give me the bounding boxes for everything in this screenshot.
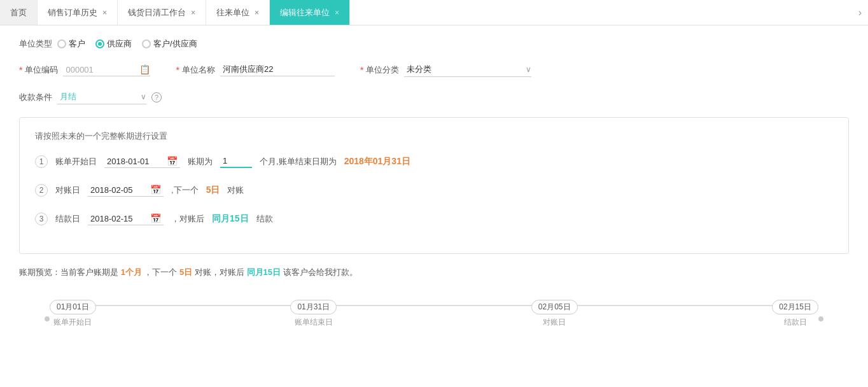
unit-type-row: 单位类型 客户 供应商 客户/供应商 [19, 38, 849, 50]
tab-home[interactable]: 首页 [0, 0, 38, 25]
preview-text: 账期预览：当前客户账期是 1个月 ，下一个 5日 对账，对账后 同月15日 该客… [19, 267, 849, 278]
radio-group: 客户 供应商 客户/供应商 [57, 38, 197, 50]
end-date-highlight: 2018年01月31日 [344, 156, 410, 167]
unit-category-select[interactable]: 未分类 ∨ [404, 62, 531, 77]
unit-category-label: 单位分类 [366, 64, 399, 76]
row-label-1: 账单开始日 [55, 156, 97, 167]
timeline-label-2: 账单结束日 [295, 317, 333, 328]
unit-name-field: * 单位名称 [176, 64, 334, 76]
radio-customer-circle [57, 39, 66, 48]
timeline-nodes: 01月01日 账单开始日 01月31日 账单结束日 02月05日 对账日 02月… [50, 300, 818, 328]
period-label: 账期为 [188, 156, 213, 167]
radio-customer[interactable]: 客户 [57, 38, 85, 50]
timeline: 01月01日 账单开始日 01月31日 账单结束日 02月05日 对账日 02月… [19, 293, 849, 357]
settle-prefix: ，对账后 [171, 213, 204, 225]
unit-category-field: * 单位分类 未分类 ∨ [360, 62, 531, 77]
reconcile-prefix: ,下一个 [171, 185, 199, 196]
payment-condition-value: 月结 [57, 90, 138, 104]
tab-edit-partner[interactable]: 编辑往来单位 × [270, 0, 350, 25]
row-num-3: 3 [35, 213, 48, 225]
preview-mid1: ，下一个 [144, 267, 177, 277]
timeline-node-4: 02月15日 结款日 [772, 300, 818, 328]
unit-code-input-wrap: 📋 [63, 64, 150, 76]
timeline-badge-4: 02月15日 [772, 300, 818, 314]
unit-code-input[interactable] [63, 64, 139, 76]
tab-sales-order[interactable]: 销售订单历史 × [38, 0, 118, 25]
unit-code-icon[interactable]: 📋 [139, 64, 150, 74]
row-label-2: 对账日 [55, 185, 80, 196]
preview-part3: 同月15日 [247, 267, 281, 277]
unit-code-label: 单位编码 [25, 64, 58, 76]
chevron-down-icon: ∨ [526, 65, 531, 74]
timeline-node-3: 02月05日 对账日 [531, 300, 578, 328]
tab-edit-partner-label: 编辑往来单位 [280, 7, 330, 18]
tab-partner-close[interactable]: × [255, 8, 259, 17]
tab-home-label: 首页 [10, 7, 27, 18]
row-num-1: 1 [35, 155, 48, 168]
unit-type-label: 单位类型 [19, 38, 52, 50]
settings-row-2: 2 对账日 📅 ,下一个 5日 对账 [35, 183, 833, 197]
settle-date-input-wrap: 📅 [88, 212, 164, 225]
help-icon[interactable]: ? [151, 92, 162, 102]
unit-name-star: * [176, 65, 179, 75]
preview-prefix: 账期预览：当前客户账期是 [19, 267, 118, 277]
timeline-badge-2: 01月31日 [290, 300, 337, 314]
timeline-left-dot [45, 316, 50, 321]
timeline-track: 01月01日 账单开始日 01月31日 账单结束日 02月05日 对账日 02月… [50, 300, 818, 338]
settle-suffix: 结款 [256, 213, 273, 225]
timeline-badge-3: 02月05日 [531, 300, 578, 314]
month-input[interactable] [220, 155, 252, 168]
settle-date-input[interactable] [90, 214, 148, 223]
tab-expand-button[interactable]: › [852, 0, 868, 25]
preview-part2: 5日 [179, 267, 192, 277]
radio-both-circle [142, 39, 151, 48]
start-date-input-wrap: 📅 [104, 155, 180, 168]
tab-partner-label: 往来单位 [216, 7, 249, 18]
tab-sales-order-close[interactable]: × [102, 8, 107, 17]
reconcile-suffix: 对账 [227, 185, 244, 196]
unit-type-field: 单位类型 客户 供应商 客户/供应商 [19, 38, 197, 50]
tab-cash-ledger-close[interactable]: × [191, 8, 195, 17]
month-suffix: 个月,账单结束日期为 [260, 156, 337, 167]
settle-day-highlight: 同月15日 [212, 213, 249, 225]
payment-condition-field: 收款条件 月结 ∨ ? [19, 90, 162, 104]
radio-customer-label: 客户 [69, 38, 85, 50]
timeline-label-3: 对账日 [543, 317, 566, 328]
reconcile-day-highlight: 5日 [206, 185, 220, 196]
settings-box: 请按照未来的一个完整帐期进行设置 1 账单开始日 📅 账期为 个月,账单结束日期… [19, 117, 849, 254]
row-num-2: 2 [35, 184, 48, 197]
settle-date-calendar-icon[interactable]: 📅 [150, 213, 161, 223]
tab-cash-ledger[interactable]: 钱货日清工作台 × [118, 0, 206, 25]
unit-name-label: 单位名称 [182, 64, 215, 76]
tab-partner[interactable]: 往来单位 × [206, 0, 270, 25]
unit-info-row: * 单位编码 📋 * 单位名称 * 单位分类 未分类 ∨ [19, 62, 849, 77]
payment-condition-row: 收款条件 月结 ∨ ? [19, 90, 849, 104]
settings-title: 请按照未来的一个完整帐期进行设置 [35, 130, 833, 142]
start-date-calendar-icon[interactable]: 📅 [167, 156, 178, 166]
reconcile-date-input-wrap: 📅 [88, 183, 164, 197]
tab-edit-partner-close[interactable]: × [335, 8, 339, 17]
unit-code-field: * 单位编码 📋 [19, 64, 150, 76]
settings-row-1: 1 账单开始日 📅 账期为 个月,账单结束日期为 2018年01月31日 [35, 155, 833, 168]
radio-supplier[interactable]: 供应商 [95, 38, 132, 50]
timeline-right-dot [818, 316, 823, 321]
payment-condition-label: 收款条件 [19, 92, 52, 103]
reconcile-date-input[interactable] [90, 185, 148, 195]
radio-both[interactable]: 客户/供应商 [142, 38, 197, 50]
payment-chevron-icon: ∨ [141, 92, 146, 101]
payment-condition-select[interactable]: 月结 ∨ [57, 90, 146, 104]
reconcile-date-calendar-icon[interactable]: 📅 [150, 185, 161, 195]
preview-suffix: 该客户会给我打款。 [283, 267, 358, 277]
radio-both-label: 客户/供应商 [153, 38, 197, 50]
settings-row-3: 3 结款日 📅 ，对账后 同月15日 结款 [35, 212, 833, 225]
preview-part1: 1个月 [121, 267, 142, 277]
timeline-label-4: 结款日 [784, 317, 807, 328]
timeline-badge-1: 01月01日 [50, 300, 96, 314]
tab-cash-ledger-label: 钱货日清工作台 [128, 7, 186, 18]
radio-supplier-circle [95, 39, 104, 48]
unit-name-input[interactable] [220, 64, 335, 76]
preview-mid2: 对账，对账后 [195, 267, 244, 277]
unit-category-value: 未分类 [404, 62, 523, 76]
start-date-input[interactable] [107, 157, 164, 166]
content-area: 单位类型 客户 供应商 客户/供应商 * 单位编码 [0, 25, 868, 387]
